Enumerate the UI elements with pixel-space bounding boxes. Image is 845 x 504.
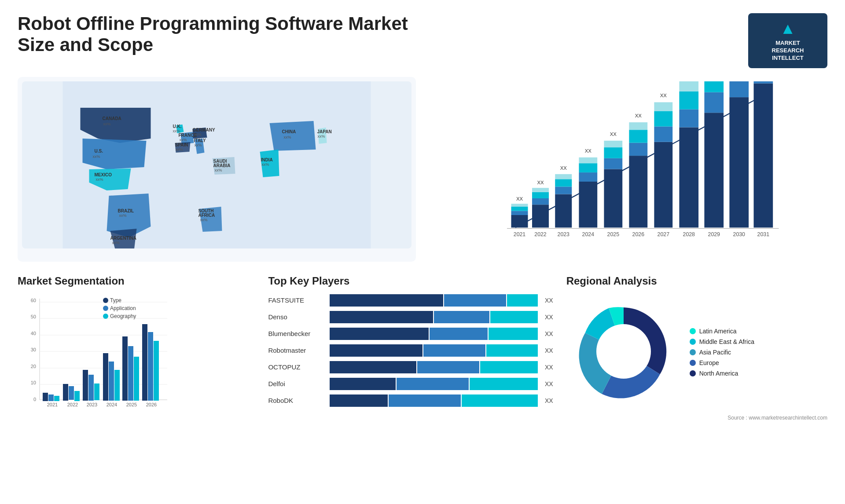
svg-rect-130 [109,362,114,401]
svg-rect-118 [48,394,54,401]
pie-legend: Latin America Middle East & Africa Asia … [690,328,754,377]
bar-dark [330,344,422,357]
svg-rect-67 [654,111,672,126]
svg-text:XX: XX [610,131,617,136]
world-map: CANADA xx% U.S. xx% MEXICO xx% BRAZIL xx… [22,81,411,248]
svg-rect-65 [654,142,672,227]
svg-rect-57 [604,147,622,158]
logo-icon: ▲ [780,19,796,38]
svg-rect-47 [555,179,572,186]
player-bar [330,378,538,390]
player-name: OCTOPUZ [268,363,325,371]
svg-rect-122 [69,386,74,400]
svg-rect-63 [629,122,647,130]
svg-rect-76 [704,92,724,113]
page-header: Robot Offline Programming Software Marke… [18,13,827,68]
bar-chart-svg: XX XX XX XX [434,81,823,248]
regional-container: Latin America Middle East & Africa Asia … [566,294,827,410]
svg-rect-139 [154,341,159,401]
bar-mid [397,378,469,390]
player-name: Denso [268,313,325,321]
svg-rect-55 [604,169,622,227]
svg-text:GERMANY: GERMANY [193,128,215,132]
svg-text:2024: 2024 [582,231,595,237]
bottom-section: Market Segmentation 0 10 20 30 40 50 60 [18,275,827,424]
player-bar [330,361,538,373]
player-value: XX [545,314,553,321]
world-map-section: CANADA xx% U.S. xx% MEXICO xx% BRAZIL xx… [18,77,416,262]
svg-rect-66 [654,126,672,142]
svg-text:10: 10 [31,380,36,385]
svg-rect-37 [511,207,528,211]
svg-rect-50 [579,182,597,228]
svg-rect-51 [579,172,597,182]
legend-label: Europe [699,359,719,366]
player-row: RoboDK XX [268,394,553,407]
player-bar [330,294,538,307]
svg-rect-41 [532,198,549,205]
svg-rect-46 [555,186,572,194]
svg-text:xx%: xx% [262,162,269,167]
svg-text:Type: Type [110,297,121,303]
svg-rect-121 [63,384,68,401]
svg-text:XX: XX [660,93,667,98]
player-value: XX [545,330,553,337]
bar-light [489,328,538,340]
svg-text:2026: 2026 [146,402,157,407]
player-row: FASTSUITE XX [268,294,553,307]
bar-chart: XX XX XX XX [434,81,823,248]
svg-text:2028: 2028 [683,231,695,237]
player-value: XX [545,347,553,354]
svg-point-143 [103,306,108,311]
svg-text:xx%: xx% [176,147,183,152]
svg-text:AFRICA: AFRICA [198,213,215,218]
players-title: Top Key Players [268,275,553,287]
svg-text:XX: XX [635,113,642,118]
player-value: XX [545,364,553,371]
svg-text:XX: XX [537,179,544,185]
svg-rect-56 [604,158,622,169]
svg-text:CHINA: CHINA [282,129,296,134]
player-bar [330,328,538,340]
svg-text:xx%: xx% [194,132,202,137]
svg-rect-80 [729,97,749,227]
svg-rect-71 [679,109,698,127]
bar-light [480,361,538,373]
svg-rect-86 [754,81,773,84]
svg-text:INDIA: INDIA [261,157,273,162]
svg-rect-52 [579,163,597,172]
player-name: Delfoi [268,380,325,387]
legend-label: Asia Pacific [699,349,731,356]
player-name: Robotmaster [268,347,325,354]
svg-text:2031: 2031 [757,231,770,237]
svg-text:2021: 2021 [47,402,58,407]
svg-rect-40 [532,205,549,227]
bar-light [462,394,538,407]
bar-mid [444,294,506,307]
bar-mid [430,328,487,340]
svg-text:xx%: xx% [200,218,208,222]
top-section: CANADA xx% U.S. xx% MEXICO xx% BRAZIL xx… [18,77,827,262]
svg-point-145 [103,314,108,319]
svg-text:XX: XX [516,196,523,201]
svg-text:2024: 2024 [107,402,117,407]
svg-rect-35 [511,215,528,228]
segmentation-chart: 0 10 20 30 40 50 60 2021 2 [18,294,185,422]
svg-text:ARABIA: ARABIA [213,163,231,168]
svg-text:2025: 2025 [607,231,620,237]
svg-text:xx%: xx% [103,122,111,126]
player-name: RoboDK [268,397,325,404]
svg-text:2022: 2022 [67,402,78,407]
svg-text:2025: 2025 [126,402,137,407]
svg-rect-62 [629,130,647,142]
svg-rect-135 [134,357,139,401]
bar-mid [423,344,485,357]
svg-text:xx%: xx% [96,177,103,182]
player-name: Blumenbecker [268,330,325,337]
bar-mid [417,361,479,373]
svg-text:40: 40 [31,331,36,336]
svg-rect-53 [579,157,597,163]
bar-light [507,294,538,307]
svg-text:ITALY: ITALY [194,138,206,143]
svg-rect-60 [629,156,647,227]
